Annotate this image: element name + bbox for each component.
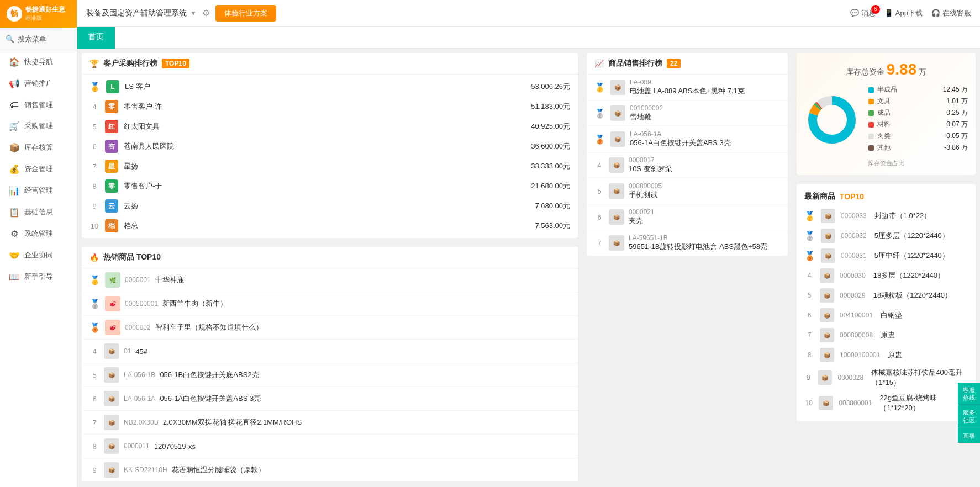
gear-icon: ⚙ bbox=[9, 229, 20, 239]
ps-item: 6 📦 0000021 夹壳 bbox=[587, 204, 788, 230]
app-download-label: App下载 bbox=[895, 8, 923, 18]
hp-rank5-name: 056-1B白色按键开关底ABS2壳 bbox=[160, 370, 570, 380]
fire-icon: 🔥 bbox=[89, 253, 99, 262]
ps-name7: 59651-1B旋转投影灯电池盒 ABS黑色+58壳 bbox=[629, 242, 780, 252]
sidebar-item-finance[interactable]: 💰 资金管理 bbox=[0, 158, 77, 180]
rank2-amount: 51,183.00元 bbox=[531, 102, 570, 112]
settings-icon[interactable]: ⚙ bbox=[202, 8, 210, 18]
sidebar-item-basic[interactable]: 📋 基础信息 bbox=[0, 202, 77, 223]
legend-val: 1.01 万 bbox=[946, 97, 968, 106]
product-sales-card: 📈 商品销售排行榜 22 🥇 📦 LA-089 电池盖 LA-089 ABS本色… bbox=[587, 53, 788, 256]
legend-item: 成品 0.25 万 bbox=[868, 108, 968, 118]
message-button[interactable]: 💬 消息 6 bbox=[850, 8, 876, 18]
ps-item: 4 📦 0000017 10S 变刹罗泵 bbox=[587, 152, 788, 178]
donut-container: 半成品 12.45 万 文具 1.01 万 成品 0.25 万 bbox=[804, 85, 968, 155]
topbar-right: 💬 消息 6 📱 App下载 🎧 在线客服 bbox=[850, 8, 971, 18]
trial-button[interactable]: 体验行业方案 bbox=[215, 5, 276, 22]
ps-name5: 手机测试 bbox=[629, 190, 780, 200]
ps-item: 🥇 📦 LA-089 电池盖 LA-089 ABS本色+黑种 7.1克 bbox=[587, 75, 788, 100]
float-community[interactable]: 服务社区 bbox=[958, 405, 980, 428]
latest-item: 5 📦 0000029 18颗粒板（1220*2440） bbox=[797, 285, 976, 305]
rank3-name: 红太阳文具 bbox=[124, 121, 525, 131]
content-area: 🏆 客户采购排行榜 TOP10 🥇 L LS 客户 53,006.26元 4 bbox=[77, 49, 980, 487]
sidebar-item-cooperation[interactable]: 🤝 企业协同 bbox=[0, 245, 77, 266]
sidebar-item-sales[interactable]: 🏷 销售管理 bbox=[0, 94, 77, 115]
product-sales-title: 商品销售排行榜 bbox=[608, 59, 662, 68]
latest-name8: 原盅 bbox=[888, 350, 902, 360]
inventory-value: 9.88 bbox=[887, 61, 917, 78]
hot-product-item: 8 📦 0000011 12070519-xs bbox=[82, 435, 578, 458]
right-panel: 库存总资金 9.88 万 bbox=[792, 49, 980, 487]
online-service-button[interactable]: 🎧 在线客服 bbox=[931, 8, 971, 18]
hot-product-item: 5 📦 LA-056-1B 056-1B白色按键开关底ABS2壳 bbox=[82, 363, 578, 387]
legend-val: -3.86 万 bbox=[944, 143, 968, 152]
hp-rank5-code: LA-056-1B bbox=[124, 371, 155, 379]
rank7-amount: 7,680.00元 bbox=[535, 201, 570, 211]
sidebar-item-shortcut[interactable]: 🏠 快捷导航 bbox=[0, 51, 77, 73]
home-icon: 🏠 bbox=[9, 57, 20, 67]
hp-rank2-medal: 🥈 bbox=[89, 299, 101, 309]
tab-home[interactable]: 首页 bbox=[77, 27, 115, 49]
ps-code6: 0000021 bbox=[629, 208, 780, 216]
latest-name2: 5厘多层（1220*2440） bbox=[874, 231, 949, 241]
float-live[interactable]: 直播 bbox=[958, 428, 980, 443]
latest-code9: 0000028 bbox=[837, 374, 863, 382]
latest-item: 10 📦 003800001 22g鱼豆腐-烧烤味（1*12*20） bbox=[797, 390, 976, 416]
legend-dot bbox=[868, 145, 874, 151]
sidebar-item-inventory[interactable]: 📦 库存核算 bbox=[0, 137, 77, 158]
latest-code7: 000800008 bbox=[840, 331, 873, 339]
main-wrapper: 装备及固定资产辅助管理系统 ▼ ⚙ 体验行业方案 💬 消息 6 📱 App下载 … bbox=[77, 0, 980, 487]
legend-item: 其他 -3.86 万 bbox=[868, 143, 968, 152]
app-download-button[interactable]: 📱 App下载 bbox=[884, 8, 923, 18]
hp-rank8-name: 12070519-xs bbox=[154, 442, 570, 451]
latest-code1: 0000033 bbox=[841, 212, 867, 220]
hp-rank3-img: 🥩 bbox=[105, 320, 120, 335]
inventory-label: 库存总资金 bbox=[846, 67, 884, 76]
donut-chart bbox=[804, 92, 860, 147]
sidebar-item-label: 采购管理 bbox=[24, 121, 53, 131]
sidebar-item-marketing[interactable]: 📢 营销推广 bbox=[0, 73, 77, 94]
latest-item: 🥉 📦 0000031 5厘中纤（1220*2440） bbox=[797, 246, 976, 266]
customer-rank-list: 🥇 L LS 客户 53,006.26元 4 零 零售客户-许 51,183.0… bbox=[82, 75, 578, 238]
ps-item: 🥉 📦 LA-056-1A 056-1A白色按键开关盖ABS 3壳 bbox=[587, 126, 788, 152]
ps-code3: LA-056-1A bbox=[630, 130, 780, 138]
legend-item: 材料 0.07 万 bbox=[868, 120, 968, 129]
ps-item: 7 📦 LA-59651-1B 59651-1B旋转投影灯电池盒 ABS黑色+5… bbox=[587, 230, 788, 256]
latest-code3: 0000031 bbox=[841, 252, 867, 260]
latest-code2: 0000032 bbox=[841, 232, 867, 240]
book-icon: 📖 bbox=[9, 272, 20, 282]
sidebar-item-guide[interactable]: 📖 新手引导 bbox=[0, 266, 77, 288]
hp-rank1-code: 0000001 bbox=[125, 276, 151, 284]
hp-rank2-code: 000500001 bbox=[125, 300, 158, 308]
latest-img4: 📦 bbox=[820, 268, 834, 283]
product-sales-header: 📈 商品销售排行榜 22 bbox=[587, 53, 788, 75]
hot-product-item: 🥈 🥩 000500001 新西兰牛肉（新牛） bbox=[82, 292, 578, 316]
latest-name1: 封边带（1.0*22） bbox=[874, 211, 931, 221]
latest-img9: 📦 bbox=[818, 370, 832, 385]
legend-val: -0.05 万 bbox=[944, 131, 968, 141]
ps-img4: 📦 bbox=[609, 157, 624, 173]
sidebar-item-label: 销售管理 bbox=[24, 100, 53, 110]
rank6-amount: 21,680.00元 bbox=[531, 181, 570, 191]
rank7-name: 云扬 bbox=[124, 201, 529, 211]
rank1-medal: 🥇 bbox=[89, 82, 101, 92]
sidebar-header: 畅 畅捷通好生意 标准版 bbox=[0, 0, 77, 28]
search-menu-button[interactable]: 🔍 搜索菜单 bbox=[6, 32, 71, 46]
legend-val: 0.07 万 bbox=[946, 120, 968, 129]
sidebar-item-system[interactable]: ⚙ 系统管理 bbox=[0, 223, 77, 245]
float-customer-service[interactable]: 客服热线 bbox=[958, 383, 980, 406]
rank1-name: LS 客户 bbox=[125, 82, 525, 92]
hp-rank6-name: 056-1A白色按键开关盖ABS 3壳 bbox=[160, 394, 570, 404]
latest-name4: 18多层（1220*2440） bbox=[873, 271, 945, 280]
hp-rank6-img: 📦 bbox=[104, 391, 119, 406]
legend-name: 半成品 bbox=[877, 85, 940, 94]
inventory-card: 库存总资金 9.88 万 bbox=[797, 53, 976, 175]
hp-rank7-code: NB2.0X30B bbox=[124, 419, 159, 426]
rank3-amount: 40,925.00元 bbox=[531, 121, 570, 131]
dropdown-icon[interactable]: ▼ bbox=[190, 9, 197, 17]
sidebar-item-operation[interactable]: 📊 经营管理 bbox=[0, 180, 77, 202]
hp-rank8-img: 📦 bbox=[104, 438, 119, 454]
inventory-legend: 半成品 12.45 万 文具 1.01 万 成品 0.25 万 bbox=[868, 85, 968, 155]
ps-code2: 001000002 bbox=[630, 104, 780, 112]
sidebar-item-purchase[interactable]: 🛒 采购管理 bbox=[0, 115, 77, 137]
